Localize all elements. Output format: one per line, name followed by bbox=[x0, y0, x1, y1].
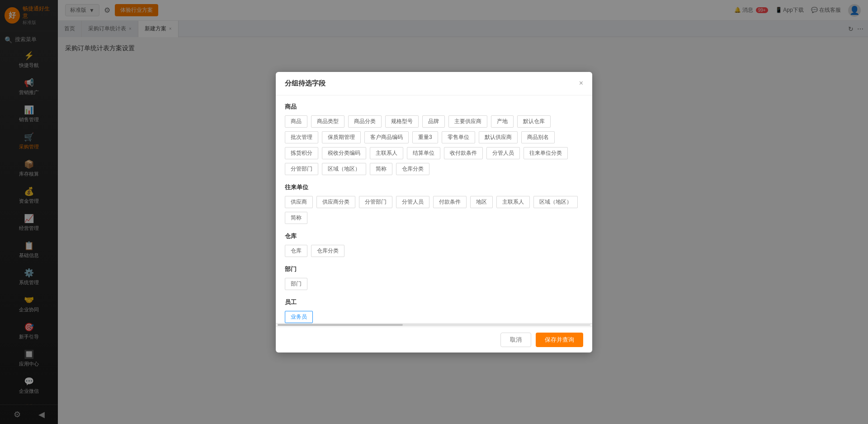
field-tag-warehouse[interactable]: 仓库 bbox=[285, 245, 307, 257]
partner-field-tags: 供应商 供应商分类 分管部门 分管人员 付款条件 地区 主联系人 区域（地区） … bbox=[285, 196, 583, 224]
field-tag-origin[interactable]: 产地 bbox=[491, 115, 514, 128]
section-department: 部门 部门 bbox=[285, 265, 583, 290]
section-warehouse: 仓库 仓库 仓库分类 bbox=[285, 232, 583, 257]
field-tag-salesperson[interactable]: 业务员 bbox=[285, 311, 313, 323]
field-tag-customer-code[interactable]: 客户商品编码 bbox=[364, 131, 409, 143]
field-tag-area[interactable]: 地区 bbox=[470, 196, 493, 208]
field-tag-supplier-category[interactable]: 供应商分类 bbox=[316, 196, 355, 208]
modal-header: 分组待选字段 × bbox=[276, 72, 592, 95]
field-tag-payment-cond[interactable]: 付款条件 bbox=[433, 196, 467, 208]
field-tag-default-warehouse[interactable]: 默认仓库 bbox=[517, 115, 551, 128]
section-department-title: 部门 bbox=[285, 265, 583, 273]
goods-field-tags: 商品 商品类型 商品分类 规格型号 品牌 主要供应商 产地 默认仓库 批次管理 … bbox=[285, 115, 583, 175]
modal-close-button[interactable]: × bbox=[579, 79, 583, 87]
field-tag-tax-code[interactable]: 税收分类编码 bbox=[322, 147, 366, 159]
section-employee-title: 员工 bbox=[285, 298, 583, 306]
warehouse-field-tags: 仓库 仓库分类 bbox=[285, 245, 583, 257]
section-warehouse-title: 仓库 bbox=[285, 232, 583, 240]
field-tag-payment-terms[interactable]: 收付款条件 bbox=[444, 147, 483, 159]
employee-field-tags: 业务员 bbox=[285, 311, 583, 323]
field-tag-goods-alias[interactable]: 商品别名 bbox=[521, 131, 555, 143]
hscroll-track bbox=[278, 324, 590, 326]
hscroll-thumb bbox=[278, 324, 403, 326]
field-tag-goods[interactable]: 商品 bbox=[285, 115, 307, 128]
field-tag-pick-points[interactable]: 拣货积分 bbox=[285, 147, 318, 159]
field-tag-spec[interactable]: 规格型号 bbox=[385, 115, 419, 128]
confirm-button[interactable]: 保存并查询 bbox=[536, 333, 583, 347]
modal-footer: 取消 保存并查询 bbox=[276, 327, 592, 353]
section-partner: 往来单位 供应商 供应商分类 分管部门 分管人员 付款条件 地区 主联系人 区域… bbox=[285, 183, 583, 224]
section-employee: 员工 业务员 bbox=[285, 298, 583, 323]
field-tag-weight3[interactable]: 重量3 bbox=[412, 131, 438, 143]
section-goods-title: 商品 bbox=[285, 103, 583, 111]
field-tag-partner-manager[interactable]: 分管人员 bbox=[396, 196, 429, 208]
department-field-tags: 部门 bbox=[285, 278, 583, 290]
field-tag-manage-dept[interactable]: 分管部门 bbox=[285, 163, 318, 175]
field-tag-partner-short-name[interactable]: 简称 bbox=[285, 212, 307, 224]
field-tag-goods-type[interactable]: 商品类型 bbox=[311, 115, 344, 128]
modal-horizontal-scrollbar[interactable] bbox=[276, 323, 592, 327]
field-tag-department[interactable]: 部门 bbox=[285, 278, 307, 290]
field-tag-brand[interactable]: 品牌 bbox=[422, 115, 445, 128]
field-tag-partner-main-contact[interactable]: 主联系人 bbox=[496, 196, 530, 208]
field-tag-expiry-mgmt[interactable]: 保质期管理 bbox=[322, 131, 361, 143]
field-tag-partner-dept[interactable]: 分管部门 bbox=[359, 196, 392, 208]
cancel-button[interactable]: 取消 bbox=[500, 333, 531, 347]
section-goods: 商品 商品 商品类型 商品分类 规格型号 品牌 主要供应商 产地 默认仓库 批次… bbox=[285, 103, 583, 175]
field-tag-main-supplier[interactable]: 主要供应商 bbox=[448, 115, 487, 128]
field-tag-batch-mgmt[interactable]: 批次管理 bbox=[285, 131, 318, 143]
field-tag-default-supplier[interactable]: 默认供应商 bbox=[479, 131, 518, 143]
field-tag-warehouse-category[interactable]: 仓库分类 bbox=[396, 163, 429, 175]
field-tag-retail-unit[interactable]: 零售单位 bbox=[442, 131, 475, 143]
field-tag-short-name[interactable]: 简称 bbox=[370, 163, 392, 175]
field-select-modal: 分组待选字段 × 商品 商品 商品类型 商品分类 规格型号 品牌 主要供应商 产… bbox=[276, 72, 592, 353]
modal-title: 分组待选字段 bbox=[285, 79, 326, 88]
field-tag-manager[interactable]: 分管人员 bbox=[486, 147, 520, 159]
field-tag-partner-category[interactable]: 往来单位分类 bbox=[524, 147, 568, 159]
field-tag-region[interactable]: 区域（地区） bbox=[322, 163, 366, 175]
modal-body: 商品 商品 商品类型 商品分类 规格型号 品牌 主要供应商 产地 默认仓库 批次… bbox=[276, 95, 592, 323]
field-tag-main-contact[interactable]: 主联系人 bbox=[370, 147, 403, 159]
field-tag-supplier[interactable]: 供应商 bbox=[285, 196, 313, 208]
field-tag-partner-region[interactable]: 区域（地区） bbox=[533, 196, 578, 208]
field-tag-goods-category[interactable]: 商品分类 bbox=[348, 115, 382, 128]
field-tag-settle-unit[interactable]: 结算单位 bbox=[407, 147, 440, 159]
section-partner-title: 往来单位 bbox=[285, 183, 583, 191]
field-tag-warehouse-cat[interactable]: 仓库分类 bbox=[311, 245, 344, 257]
